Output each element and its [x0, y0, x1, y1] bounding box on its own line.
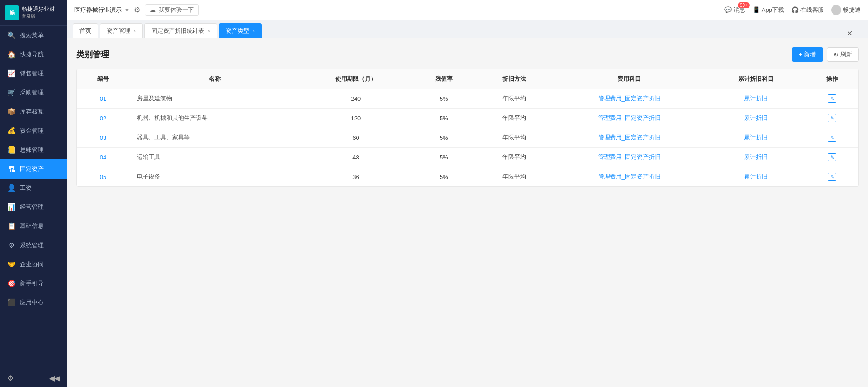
topbar-left: 医疗器械行业演示 ▼ ⚙ ☁ 我要体验一下 — [74, 4, 199, 16]
user-menu[interactable]: 畅捷通 — [831, 5, 861, 15]
payroll-icon: 👤 — [7, 184, 15, 192]
edit-icon[interactable]: ✎ — [828, 173, 836, 181]
tab-asset-mgmt[interactable]: 资产管理 × — [100, 23, 143, 38]
collapse-icon[interactable]: ◀◀ — [49, 374, 60, 382]
experience-button[interactable]: ☁ 我要体验一下 — [145, 4, 199, 16]
sidebar-item-basic-info[interactable]: 📋 基础信息 — [0, 217, 67, 236]
row-name: 房屋及建筑物 — [129, 89, 300, 109]
edit-icon[interactable]: ✎ — [828, 114, 836, 122]
sidebar-item-payroll[interactable]: 👤 工资 — [0, 179, 67, 198]
sidebar-item-fixed-assets[interactable]: 🏗 固定资产 — [0, 159, 67, 179]
row-residual: 5% — [412, 148, 476, 167]
row-expense[interactable]: 管理费用_固定资产折旧 — [552, 89, 706, 109]
table-body: 01 房屋及建筑物 240 5% 年限平均 管理费用_固定资产折旧 累计折旧 ✎… — [77, 89, 858, 187]
tab-depreciation-table[interactable]: 固定资产折旧统计表 × — [144, 23, 217, 38]
row-action[interactable]: ✎ — [806, 148, 858, 167]
sidebar-item-system[interactable]: ⚙ 系统管理 — [0, 236, 67, 255]
sidebar-item-inventory[interactable]: 📦 库存核算 — [0, 102, 67, 121]
sidebar-item-search[interactable]: 🔍 搜索菜单 — [0, 26, 67, 45]
row-accum[interactable]: 累计折旧 — [706, 89, 806, 109]
tab-asset-type[interactable]: 资产类型 × — [219, 23, 262, 38]
tab-depreciation-close[interactable]: × — [207, 28, 210, 34]
online-service-label: 在线客服 — [800, 6, 824, 14]
row-period: 48 — [300, 148, 412, 167]
sidebar-item-app-center[interactable]: ⬛ 应用中心 — [0, 293, 67, 312]
sidebar-item-purchase[interactable]: 🛒 采购管理 — [0, 83, 67, 102]
company-selector[interactable]: 医疗器械行业演示 ▼ — [74, 6, 129, 14]
sidebar-item-inventory-label: 库存核算 — [20, 108, 44, 116]
guide-icon: 🎯 — [7, 279, 15, 288]
table-row: 01 房屋及建筑物 240 5% 年限平均 管理费用_固定资产折旧 累计折旧 ✎ — [77, 89, 858, 109]
row-action[interactable]: ✎ — [806, 89, 858, 109]
sidebar-item-sales[interactable]: 📈 销售管理 — [0, 64, 67, 83]
refresh-label: 刷新 — [840, 50, 852, 59]
row-code[interactable]: 03 — [77, 128, 129, 148]
online-service-btn[interactable]: 🎧 在线客服 — [791, 6, 824, 14]
tab-home[interactable]: 首页 — [73, 23, 98, 38]
col-action: 操作 — [806, 69, 858, 89]
row-accum[interactable]: 累计折旧 — [706, 148, 806, 167]
row-residual: 5% — [412, 89, 476, 109]
add-button[interactable]: + 新增 — [792, 47, 823, 62]
row-action[interactable]: ✎ — [806, 109, 858, 128]
edit-icon[interactable]: ✎ — [828, 153, 836, 161]
row-residual: 5% — [412, 128, 476, 148]
row-residual: 5% — [412, 167, 476, 187]
sidebar-item-ledger[interactable]: 📒 总账管理 — [0, 140, 67, 159]
row-code[interactable]: 02 — [77, 109, 129, 128]
sidebar-item-cooperation-label: 企业协同 — [20, 260, 44, 268]
col-method: 折旧方法 — [476, 69, 552, 89]
sidebar-item-ops-label: 经营管理 — [20, 203, 44, 211]
sidebar-logo: 畅 畅捷通好业财 普及版 — [0, 0, 67, 26]
row-expense[interactable]: 管理费用_固定资产折旧 — [552, 148, 706, 167]
row-expense[interactable]: 管理费用_固定资产折旧 — [552, 109, 706, 128]
page-title: 类别管理 — [76, 49, 109, 60]
row-accum[interactable]: 累计折旧 — [706, 128, 806, 148]
row-accum[interactable]: 累计折旧 — [706, 167, 806, 187]
row-method: 年限平均 — [476, 148, 552, 167]
sidebar-item-guide[interactable]: 🎯 新手引导 — [0, 274, 67, 293]
sidebar-item-ledger-label: 总账管理 — [20, 146, 44, 154]
table-row: 04 运输工具 48 5% 年限平均 管理费用_固定资产折旧 累计折旧 ✎ — [77, 148, 858, 167]
row-name: 机器、机械和其他生产设备 — [129, 109, 300, 128]
row-action[interactable]: ✎ — [806, 167, 858, 187]
row-accum[interactable]: 累计折旧 — [706, 109, 806, 128]
row-code[interactable]: 01 — [77, 89, 129, 109]
app-center-icon: ⬛ — [7, 298, 15, 307]
service-icon: 🎧 — [791, 6, 799, 13]
row-code[interactable]: 05 — [77, 167, 129, 187]
sidebar-item-payroll-label: 工资 — [20, 184, 32, 192]
tab-asset-mgmt-close[interactable]: × — [133, 28, 136, 34]
edit-icon[interactable]: ✎ — [828, 134, 836, 142]
basic-info-icon: 📋 — [7, 222, 15, 230]
sidebar-item-capital[interactable]: 💰 资金管理 — [0, 121, 67, 140]
company-settings-icon[interactable]: ⚙ — [134, 5, 140, 14]
user-name: 畅捷通 — [843, 6, 861, 14]
sidebar-item-fixed-assets-label: 固定资产 — [20, 165, 44, 173]
table-row: 02 机器、机械和其他生产设备 120 5% 年限平均 管理费用_固定资产折旧 … — [77, 109, 858, 128]
cooperation-icon: 🤝 — [7, 260, 15, 268]
sidebar-item-quick-nav[interactable]: 🏠 快捷导航 — [0, 45, 67, 64]
ledger-icon: 📒 — [7, 146, 15, 154]
sidebar-nav: 🔍 搜索菜单 🏠 快捷导航 📈 销售管理 🛒 采购管理 📦 库存核算 💰 资金管… — [0, 26, 67, 369]
maximize-icon[interactable]: ⛶ — [855, 30, 863, 38]
sidebar-item-ops[interactable]: 📊 经营管理 — [0, 198, 67, 217]
col-accum: 累计折旧科目 — [706, 69, 806, 89]
settings-icon[interactable]: ⚙ — [7, 374, 14, 382]
row-expense[interactable]: 管理费用_固定资产折旧 — [552, 128, 706, 148]
sidebar-item-cooperation[interactable]: 🤝 企业协同 — [0, 255, 67, 274]
app-download-btn[interactable]: 📱 App下载 — [753, 6, 784, 14]
row-action[interactable]: ✎ — [806, 128, 858, 148]
refresh-button[interactable]: ↻ 刷新 — [827, 47, 859, 62]
data-table-wrapper: 编号 名称 使用期限（月） 残值率 折旧方法 费用科目 累计折旧科目 操作 01… — [76, 69, 859, 187]
row-expense[interactable]: 管理费用_固定资产折旧 — [552, 167, 706, 187]
inventory-icon: 📦 — [7, 108, 15, 116]
row-method: 年限平均 — [476, 128, 552, 148]
tab-asset-type-close[interactable]: × — [252, 28, 255, 34]
app-name: 畅捷通好业财 — [22, 6, 55, 13]
edit-icon[interactable]: ✎ — [828, 94, 836, 103]
row-code[interactable]: 04 — [77, 148, 129, 167]
message-btn[interactable]: 💬 消息 99+ — [724, 6, 745, 14]
close-tab-icon[interactable]: ✕ — [847, 29, 853, 38]
row-method: 年限平均 — [476, 109, 552, 128]
